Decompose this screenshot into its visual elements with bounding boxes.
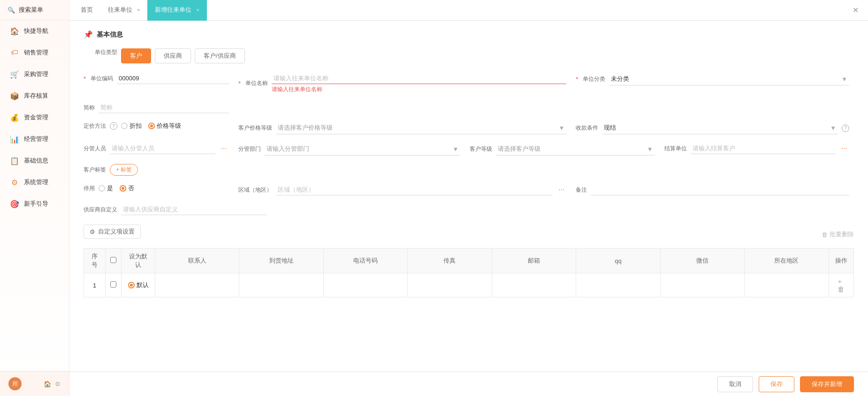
type-btn-both[interactable]: 客户/供应商 bbox=[195, 48, 245, 63]
payment-terms-select[interactable]: 现结 ▼ bbox=[602, 122, 838, 134]
unit-name-input[interactable] bbox=[272, 73, 566, 84]
row-contact[interactable] bbox=[155, 273, 239, 297]
row-delete-icon[interactable]: 🗑 bbox=[838, 285, 845, 293]
th-address: 到货地址 bbox=[239, 248, 323, 273]
sidebar-item-system[interactable]: ⚙ 系统管理 bbox=[0, 171, 69, 193]
batch-delete-icon: 🗑 bbox=[822, 231, 828, 238]
row-region[interactable] bbox=[745, 273, 829, 297]
sidebar-item-sales-label: 销售管理 bbox=[24, 48, 48, 57]
sidebar-search[interactable]: 🔍 搜索菜单 bbox=[0, 0, 69, 20]
pricing-discount-option[interactable]: 折扣 bbox=[121, 122, 142, 130]
sidebar-item-sales[interactable]: 🏷 销售管理 bbox=[0, 42, 69, 63]
tab-home[interactable]: 首页 bbox=[73, 0, 100, 21]
disabled-yes-option[interactable]: 是 bbox=[99, 184, 113, 193]
disabled-no-radio[interactable] bbox=[120, 185, 126, 192]
save-button[interactable]: 保存 bbox=[759, 376, 794, 392]
tab-partners[interactable]: 往来单位 × bbox=[100, 0, 147, 21]
remark-input[interactable] bbox=[591, 184, 849, 195]
short-name-input[interactable] bbox=[99, 102, 229, 113]
operation-icon: 📊 bbox=[10, 134, 19, 144]
row-checkbox[interactable] bbox=[110, 281, 116, 287]
row-default-radio-option[interactable]: 默认 bbox=[126, 281, 150, 289]
settlement-input[interactable] bbox=[691, 143, 836, 154]
select-all-checkbox[interactable] bbox=[110, 257, 116, 263]
row-phone-input[interactable] bbox=[328, 282, 403, 289]
add-tag-button[interactable]: + 标签 bbox=[110, 164, 138, 176]
disabled-yes-radio[interactable] bbox=[99, 185, 105, 192]
required-star-name: * bbox=[238, 80, 241, 87]
type-btn-customer[interactable]: 客户 bbox=[121, 48, 151, 63]
unit-code-input[interactable] bbox=[117, 73, 229, 84]
sidebar-item-basic[interactable]: 📋 基础信息 bbox=[0, 150, 69, 171]
row-wechat[interactable] bbox=[660, 273, 744, 297]
row-fax-input[interactable] bbox=[412, 282, 487, 289]
home-bottom-icon[interactable]: 🏠 bbox=[44, 380, 51, 388]
type-btn-supplier[interactable]: 供应商 bbox=[155, 48, 191, 63]
disabled-no-option[interactable]: 否 bbox=[120, 184, 134, 193]
pricing-level-radio[interactable] bbox=[148, 123, 155, 129]
row-wechat-input[interactable] bbox=[665, 282, 739, 289]
row-email-input[interactable] bbox=[497, 282, 571, 289]
settings-bottom-icon[interactable]: ⚙ bbox=[55, 380, 61, 388]
batch-delete-btn[interactable]: 🗑 批量删除 bbox=[822, 230, 854, 239]
row-checkbox-cell bbox=[106, 273, 122, 297]
row-address[interactable] bbox=[239, 273, 323, 297]
inventory-icon: 📦 bbox=[10, 91, 19, 101]
customer-price-placeholder: 请选择客户价格等级 bbox=[278, 124, 556, 132]
tab-bar: 首页 往来单位 × 新增往来单位 × ✕ bbox=[69, 0, 868, 21]
sales-icon: 🏷 bbox=[10, 48, 19, 57]
sidebar-item-guide[interactable]: 🎯 新手引导 bbox=[0, 193, 69, 215]
sidebar-item-nav-label: 快捷导航 bbox=[24, 27, 48, 35]
row-add-icon[interactable]: + bbox=[838, 277, 842, 285]
pricing-discount-label: 折扣 bbox=[129, 122, 142, 130]
row-default-label: 默认 bbox=[137, 281, 149, 289]
th-fax: 传真 bbox=[408, 248, 492, 273]
unit-category-select[interactable]: 未分类 ▼ bbox=[609, 73, 849, 85]
row-fax[interactable] bbox=[408, 273, 492, 297]
manager-more-icon[interactable]: ··· bbox=[219, 144, 229, 153]
pricing-level-option[interactable]: 价格等级 bbox=[148, 122, 181, 130]
pricing-row: 定价方法 ? 折扣 价格等级 客户价格等级 请选择客户价格等级 bbox=[84, 122, 854, 134]
table-section: ⚙ 自定义项设置 🗑 批量删除 序号 设为默认 联系人 到货地址 电话 bbox=[84, 225, 854, 297]
custom-settings-button[interactable]: ⚙ 自定义项设置 bbox=[84, 225, 141, 239]
row-qq-input[interactable] bbox=[581, 282, 655, 289]
row-address-input[interactable] bbox=[244, 282, 318, 289]
tab-new-partner-label: 新增往来单位 bbox=[155, 6, 191, 14]
row-region-input[interactable] bbox=[749, 282, 823, 289]
save-new-button[interactable]: 保存并新增 bbox=[800, 376, 854, 392]
tab-new-partner-close[interactable]: × bbox=[196, 7, 199, 13]
tab-home-label: 首页 bbox=[81, 6, 93, 14]
department-select[interactable]: 请输入分管部门 ▼ bbox=[265, 143, 460, 155]
sidebar-item-nav[interactable]: 🏠 快捷导航 bbox=[0, 20, 69, 42]
tab-partners-close[interactable]: × bbox=[137, 7, 140, 13]
supplier-custom-input[interactable] bbox=[121, 204, 266, 215]
pricing-discount-radio[interactable] bbox=[121, 123, 128, 129]
unit-code-col: * 单位编码 bbox=[84, 73, 234, 84]
customer-price-select[interactable]: 请选择客户价格等级 ▼ bbox=[276, 122, 566, 134]
customer-level-select[interactable]: 请选择客户等级 ▼ bbox=[496, 143, 655, 155]
tab-partners-label: 往来单位 bbox=[108, 6, 132, 14]
pricing-question-icon[interactable]: ? bbox=[110, 122, 117, 130]
manager-input[interactable] bbox=[110, 143, 215, 154]
sidebar-item-inventory[interactable]: 📦 库存核算 bbox=[0, 85, 69, 107]
payment-question-icon[interactable]: ? bbox=[842, 124, 849, 132]
payment-terms-arrow-icon: ▼ bbox=[830, 124, 836, 132]
row-contact-input[interactable] bbox=[160, 282, 234, 289]
tab-new-partner[interactable]: 新增往来单位 × bbox=[147, 0, 206, 21]
sidebar-item-purchase[interactable]: 🛒 采购管理 bbox=[0, 63, 69, 85]
section-icon: 📌 bbox=[84, 30, 93, 39]
region-more-icon[interactable]: ··· bbox=[556, 186, 566, 194]
row-phone[interactable] bbox=[323, 273, 407, 297]
sidebar-item-operation[interactable]: 📊 经营管理 bbox=[0, 128, 69, 150]
region-input[interactable] bbox=[276, 184, 553, 195]
purchase-icon: 🛒 bbox=[10, 70, 19, 79]
row-default-radio[interactable] bbox=[128, 282, 135, 288]
tab-close-all[interactable]: ✕ bbox=[847, 6, 864, 15]
row-qq[interactable] bbox=[576, 273, 661, 297]
row-email[interactable] bbox=[492, 273, 576, 297]
pricing-method-col: 定价方法 ? 折扣 价格等级 bbox=[84, 122, 234, 130]
cancel-button[interactable]: 取消 bbox=[717, 376, 753, 392]
settlement-more-icon[interactable]: ··· bbox=[839, 144, 849, 153]
bottom-bar: 取消 保存 保存并新增 bbox=[69, 372, 868, 396]
sidebar-item-finance[interactable]: 💰 资金管理 bbox=[0, 107, 69, 128]
